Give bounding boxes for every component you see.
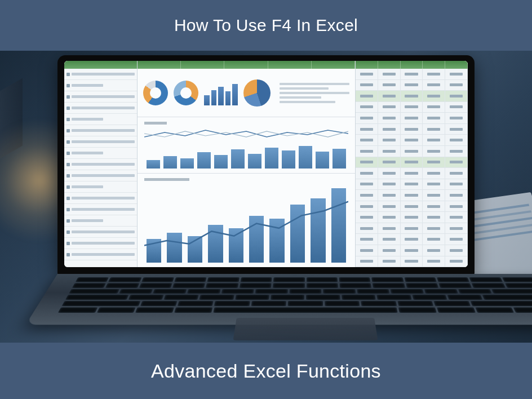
tutorial-card: How To Use F4 In Excel: [0, 0, 532, 399]
excel-charts-panel: [138, 61, 355, 267]
line-chart-icon: [144, 127, 348, 140]
chart-row-bars: [138, 117, 355, 174]
header-title: How To Use F4 In Excel: [174, 16, 358, 35]
donut-chart-icon: [143, 81, 168, 105]
chart-legend: [276, 83, 349, 103]
hero-photo-laptop-excel: [0, 51, 532, 343]
laptop: [57, 55, 475, 343]
chart-row-donuts: [138, 69, 355, 117]
laptop-trackpad: [233, 318, 378, 340]
mini-bar-chart-icon: [204, 81, 238, 105]
pie-chart-icon: [243, 79, 271, 107]
laptop-screen-bezel: [57, 55, 475, 275]
laptop-keyboard: [25, 274, 532, 325]
excel-list-panel: [64, 61, 138, 267]
excel-data-grid: [355, 61, 468, 267]
footer-title: Advanced Excel Functions: [151, 360, 381, 382]
excel-dashboard-screen: [64, 61, 468, 267]
chart-row-combo: [138, 174, 355, 267]
footer-band: Advanced Excel Functions: [0, 343, 532, 399]
donut-chart-icon: [174, 81, 198, 105]
header-band: How To Use F4 In Excel: [0, 0, 532, 51]
combo-chart-icon: [144, 184, 348, 263]
bar-chart-icon: [144, 144, 348, 169]
